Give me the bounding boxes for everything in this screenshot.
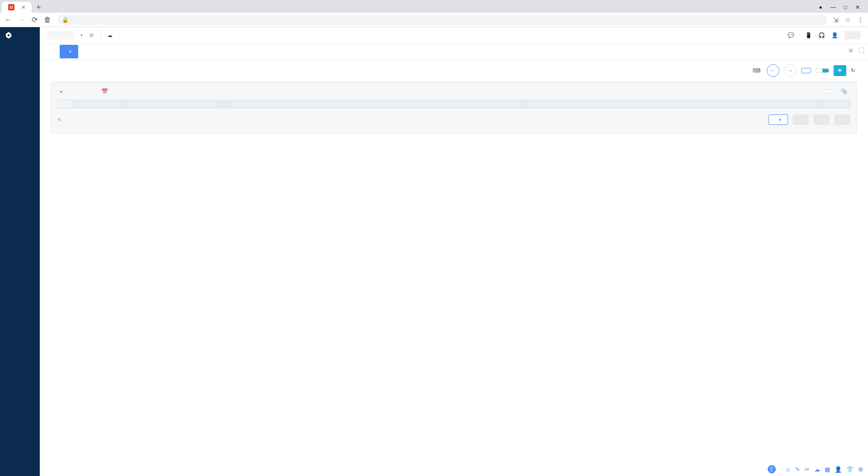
install-icon[interactable]: ⇲ xyxy=(833,16,839,24)
chat-icon: 💬 xyxy=(788,32,794,38)
favicon-icon: U xyxy=(8,4,14,10)
col-summary xyxy=(72,100,125,108)
col-credit xyxy=(526,100,823,108)
size-toggle xyxy=(816,68,829,73)
close-window-icon[interactable]: ✕ xyxy=(855,4,860,10)
save-and-print-button xyxy=(834,114,850,125)
prev-voucher-button[interactable]: ← xyxy=(767,64,779,77)
tab-new-voucher[interactable]: × xyxy=(60,45,78,58)
demo-link[interactable]: ☁ xyxy=(107,32,114,38)
page-tabs: × ✕ ⛶ xyxy=(40,43,868,60)
forward-icon: → xyxy=(18,16,25,24)
keyboard-icon: ⌨ xyxy=(753,67,760,74)
menu-icon[interactable]: ⋮ xyxy=(857,16,863,24)
maximize-icon[interactable]: □ xyxy=(844,4,847,10)
reload-icon[interactable]: ⟳ xyxy=(32,15,38,24)
shortcut-button[interactable]: ⌨ xyxy=(753,67,762,74)
system-tray: 王 ☺ ✎ ✂ ☁ ▦ 👤 👕 ⚙ xyxy=(768,465,863,473)
save-and-new-button xyxy=(813,114,830,125)
preview-button[interactable]: 👁 xyxy=(834,65,846,76)
url-bar[interactable]: 🔒 xyxy=(57,15,827,25)
support-button[interactable]: 🎧 xyxy=(818,32,825,38)
clip-icon[interactable]: 📎 xyxy=(841,88,848,95)
maker-info: ✎ xyxy=(57,117,62,123)
avatar-icon[interactable]: 👤 xyxy=(831,32,838,38)
tray-scissors-icon[interactable]: ✂ xyxy=(805,466,810,473)
new-tab-button[interactable]: + xyxy=(32,3,46,12)
template-button[interactable]: ▾ xyxy=(769,114,788,125)
refresh-icon: ↻ xyxy=(851,67,855,74)
tabs-close-icon[interactable]: ✕ xyxy=(848,47,854,54)
voucher-type-selector[interactable]: ▾ xyxy=(57,89,62,94)
trash-icon[interactable]: 🗑 xyxy=(44,16,51,24)
chevron-down-icon[interactable]: ▾ xyxy=(80,33,83,38)
save-button xyxy=(793,114,809,125)
size-small-button[interactable] xyxy=(822,69,829,72)
tray-cloud-icon[interactable]: ☁ xyxy=(814,466,820,473)
tray-shirt-icon[interactable]: 👕 xyxy=(846,466,854,473)
chevron-down-icon: ▾ xyxy=(779,117,781,122)
voucher-table xyxy=(57,100,850,108)
habit-settings-button[interactable] xyxy=(221,103,227,105)
chevron-down-icon: ▾ xyxy=(60,89,62,94)
refresh-button[interactable]: ↻ xyxy=(851,67,857,74)
browser-tab[interactable]: U × xyxy=(2,2,32,13)
brand-logo xyxy=(0,27,40,43)
close-icon[interactable]: × xyxy=(69,48,72,55)
col-debit xyxy=(230,100,527,108)
tray-edit-icon[interactable]: ✎ xyxy=(795,466,800,473)
size-big-button[interactable] xyxy=(816,69,822,72)
star-icon[interactable]: ☆ xyxy=(845,16,851,24)
tab-close-icon[interactable]: × xyxy=(22,4,25,11)
sidebar xyxy=(0,43,40,476)
tray-grid-icon[interactable]: ▦ xyxy=(825,466,830,473)
edit-icon[interactable]: ✎ xyxy=(57,117,62,123)
back-icon[interactable]: ← xyxy=(5,16,12,24)
ime-badge[interactable]: 王 xyxy=(768,465,776,473)
eye-icon: 👁 xyxy=(837,67,843,74)
separator xyxy=(100,31,101,39)
messages-button[interactable]: 💬 xyxy=(788,32,799,38)
svg-point-0 xyxy=(8,34,10,37)
headset-icon: 🎧 xyxy=(818,32,825,38)
tray-gear-icon[interactable]: ⚙ xyxy=(858,466,863,473)
col-operations xyxy=(823,100,850,108)
more-vouchers-button[interactable] xyxy=(801,68,811,73)
app-download-button[interactable]: 📱 xyxy=(805,32,812,38)
tray-person-icon[interactable]: 👤 xyxy=(835,466,842,473)
next-voucher-button[interactable]: → xyxy=(784,64,797,77)
gear-icon[interactable]: ⚙ xyxy=(89,32,94,38)
tab-home[interactable] xyxy=(45,48,58,55)
account-icon[interactable]: ● xyxy=(819,4,822,10)
col-subject xyxy=(125,100,230,108)
org-selector[interactable] xyxy=(47,31,74,39)
lock-icon: 🔒 xyxy=(62,17,69,23)
user-name-placeholder[interactable] xyxy=(844,31,861,39)
attach-document-button[interactable] xyxy=(824,89,834,94)
expand-icon[interactable]: ⛶ xyxy=(859,47,864,54)
col-index xyxy=(58,100,72,108)
cloud-icon: ☁ xyxy=(107,32,113,38)
calendar-icon[interactable]: 📅 xyxy=(101,88,108,95)
tray-smile-icon[interactable]: ☺ xyxy=(785,466,791,473)
minimize-icon[interactable]: — xyxy=(830,4,836,10)
download-icon: 📱 xyxy=(805,32,812,38)
